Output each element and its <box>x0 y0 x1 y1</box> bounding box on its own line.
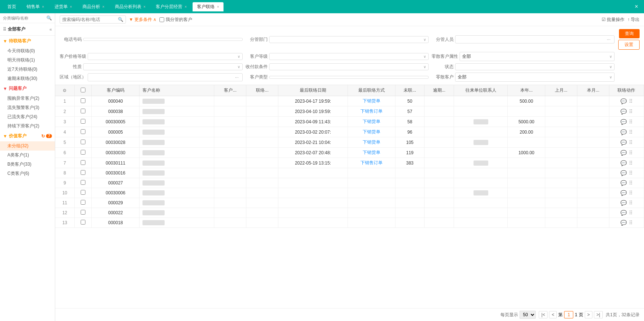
chat-icon[interactable]: 💬 <box>620 220 627 226</box>
row-checkbox[interactable] <box>81 170 85 175</box>
sidebar-section-problem[interactable]: ▼ 问题客户 <box>0 83 55 94</box>
chat-icon[interactable]: 💬 <box>620 160 627 166</box>
sidebar-search-input[interactable] <box>3 16 45 20</box>
chat-icon[interactable]: 💬 <box>620 109 627 114</box>
purchase-close-icon[interactable]: × <box>70 5 72 9</box>
sidebar-item-b-class[interactable]: B类客户(33) <box>0 160 55 169</box>
product-analysis-list-close-icon[interactable]: × <box>144 5 146 9</box>
row-checkbox[interactable] <box>81 150 85 155</box>
refresh-icon[interactable]: ↻ <box>41 134 45 139</box>
row-checkbox[interactable] <box>81 200 85 205</box>
product-analysis-close-icon[interactable]: × <box>102 5 105 9</box>
qr-icon[interactable]: ⠿ <box>629 98 633 104</box>
sidebar-all-customers[interactable]: ⠿ 全部客户 « <box>0 23 55 36</box>
last-way-link[interactable]: 下销货单 <box>363 129 380 134</box>
th-settings[interactable]: ⚙ <box>55 85 74 96</box>
sidebar-item-tomorrow[interactable]: 明天待联络(1) <box>0 56 55 65</box>
scatter-customer-select[interactable]: 全部∨ <box>455 73 615 82</box>
sidebar-item-ungroup[interactable]: 未分组(32) <box>0 141 55 151</box>
nav-product-analysis-list[interactable]: 商品分析列表 × <box>110 2 150 11</box>
phone-input[interactable] <box>83 38 243 41</box>
row-checkbox[interactable] <box>81 220 85 225</box>
more-conditions-btn[interactable]: ▼ 更多条件 ∧ <box>129 17 156 23</box>
payment-select[interactable]: ∨ <box>269 63 429 70</box>
dept-select[interactable]: ∨ <box>269 36 429 43</box>
row-checkbox[interactable] <box>81 210 85 215</box>
nav-customer-tier[interactable]: 客户分层经营 × <box>151 2 191 11</box>
row-checkbox[interactable] <box>81 119 85 124</box>
last-page-btn[interactable]: >| <box>594 311 603 318</box>
my-customers-checkbox[interactable] <box>159 17 164 22</box>
qr-icon[interactable]: ⠿ <box>629 129 633 135</box>
last-way-link[interactable]: 下销货单 <box>363 98 380 103</box>
next-page-btn[interactable]: > <box>585 311 592 318</box>
scatter-attr-select[interactable]: 全部∨ <box>460 52 615 61</box>
select-all-checkbox[interactable] <box>81 88 85 92</box>
qr-icon[interactable]: ⠿ <box>629 210 633 216</box>
region-input[interactable]: ··· <box>88 73 243 81</box>
nav-home[interactable]: 首页 <box>3 2 21 11</box>
qr-icon[interactable]: ⠿ <box>629 140 633 145</box>
filter-search-icon[interactable]: 🔍 <box>118 17 123 22</box>
row-checkbox[interactable] <box>81 98 85 103</box>
nav-customer-contact[interactable]: 客户联络 × <box>193 2 224 11</box>
chat-icon[interactable]: 💬 <box>620 180 627 186</box>
nav-purchase[interactable]: 进货单 × <box>50 2 77 11</box>
batch-operations-btn[interactable]: ☑ 批量操作 <box>602 17 624 23</box>
first-page-btn[interactable]: |< <box>539 311 548 318</box>
sidebar-item-abnormal[interactable]: 囤购异常客户(2) <box>0 94 55 103</box>
row-checkbox[interactable] <box>81 109 85 113</box>
qr-icon[interactable]: ⠿ <box>629 119 633 125</box>
nav-product-analysis[interactable]: 商品分析 × <box>78 2 109 11</box>
customer-grade-select[interactable]: ∨ <box>269 53 429 60</box>
sidebar-item-today[interactable]: 今天待联络(0) <box>0 46 55 56</box>
qr-icon[interactable]: ⠿ <box>629 109 633 114</box>
sidebar-collapse-icon[interactable]: « <box>49 27 52 32</box>
last-way-link[interactable]: 下销售订单 <box>360 160 383 165</box>
qr-icon[interactable]: ⠿ <box>629 220 633 226</box>
person-dots-icon[interactable]: ··· <box>605 37 612 42</box>
chat-icon[interactable]: 💬 <box>620 129 627 135</box>
chat-icon[interactable]: 💬 <box>620 150 627 156</box>
window-close-icon[interactable]: × <box>632 3 641 10</box>
customer-type-input[interactable] <box>269 76 429 79</box>
chat-icon[interactable]: 💬 <box>620 140 627 145</box>
per-page-dropdown[interactable]: 50 <box>520 311 536 319</box>
price-grade-select[interactable]: ∨ <box>88 53 243 60</box>
row-checkbox[interactable] <box>81 190 85 195</box>
query-button[interactable]: 查询 <box>619 29 640 38</box>
sidebar-item-loss-warning[interactable]: 流失预警客户(3) <box>0 103 55 112</box>
row-checkbox[interactable] <box>81 140 85 144</box>
sidebar-item-overdue[interactable]: 逾期未联络(30) <box>0 74 55 83</box>
reset-button[interactable]: 设置 <box>618 40 640 50</box>
sidebar-section-pending[interactable]: ▼ 待联络客户 <box>0 36 55 46</box>
sidebar-item-a-class[interactable]: A类客户(1) <box>0 151 55 160</box>
customer-contact-close-icon[interactable]: × <box>217 5 219 9</box>
nature-select[interactable]: ∨ <box>83 63 243 70</box>
qr-icon[interactable]: ⠿ <box>629 180 633 186</box>
qr-icon[interactable]: ⠿ <box>629 160 633 166</box>
nav-sales[interactable]: 销售单 × <box>22 2 49 11</box>
sales-close-icon[interactable]: × <box>42 5 44 9</box>
qr-icon[interactable]: ⠿ <box>629 200 633 206</box>
sidebar-item-lost[interactable]: 已流失客户(24) <box>0 112 55 121</box>
last-way-link[interactable]: 下销货单 <box>363 119 380 124</box>
export-btn[interactable]: ↑ 导出 <box>627 17 640 23</box>
status-select[interactable]: ∨ <box>455 63 615 70</box>
person-input[interactable]: ··· <box>455 35 615 43</box>
row-checkbox[interactable] <box>81 160 85 165</box>
customer-tier-close-icon[interactable]: × <box>184 5 187 9</box>
sidebar-item-c-class[interactable]: C类客户(6) <box>0 169 55 178</box>
prev-page-btn[interactable]: < <box>549 311 557 318</box>
qr-icon[interactable]: ⠿ <box>629 150 633 156</box>
qr-icon[interactable]: ⠿ <box>629 170 633 176</box>
chat-icon[interactable]: 💬 <box>620 98 627 104</box>
region-dots-icon[interactable]: ··· <box>233 75 240 80</box>
chat-icon[interactable]: 💬 <box>620 119 627 125</box>
chat-icon[interactable]: 💬 <box>620 200 627 206</box>
filter-search-input[interactable] <box>62 17 116 22</box>
last-way-link[interactable]: 下销货单 <box>363 140 380 145</box>
row-checkbox[interactable] <box>81 180 85 185</box>
chat-icon[interactable]: 💬 <box>620 170 627 176</box>
last-way-link[interactable]: 下销货单 <box>363 150 380 155</box>
